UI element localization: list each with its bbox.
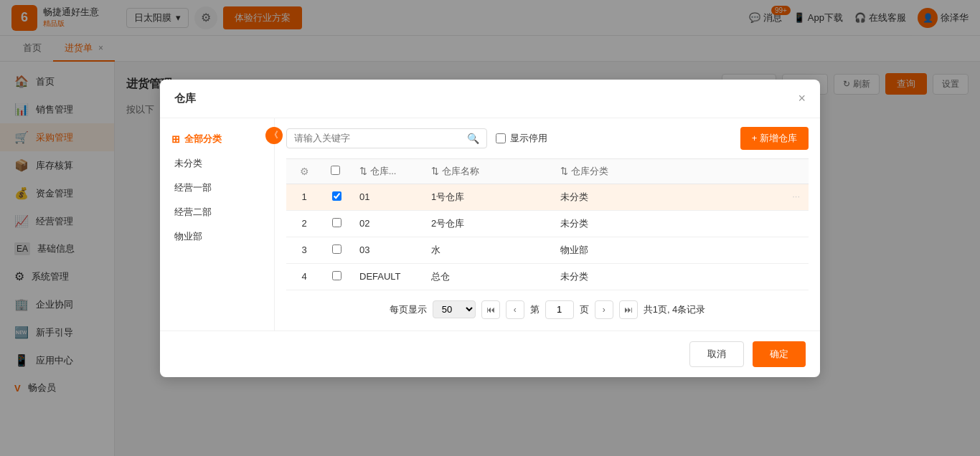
row-checkbox-cell (322, 210, 351, 237)
page-size-label: 每页显示 (390, 303, 427, 316)
warehouse-table-container: ⚙ ⇅ 仓库... ⇅ (286, 158, 809, 290)
category-item-dept2[interactable]: 经营二部 (160, 200, 274, 224)
category-all-button[interactable]: ⊞ 全部分类 (160, 127, 274, 151)
last-page-icon: ⏭ (624, 305, 633, 315)
search-input[interactable] (294, 133, 463, 143)
row-num: 4 (286, 263, 322, 290)
th-gear: ⚙ (286, 158, 322, 184)
page-size-select[interactable]: 50 100 (433, 300, 476, 318)
modal-body: ⊞ 全部分类 《 未分类 经营一部 经营二部 物业部 (160, 118, 820, 331)
next-page-button[interactable]: › (595, 300, 613, 319)
row-num: 3 (286, 237, 322, 263)
first-page-icon: ⏮ (486, 305, 495, 315)
row-code: 02 (351, 210, 423, 237)
cancel-button[interactable]: 取消 (689, 341, 744, 367)
modal-toolbar: 🔍 显示停用 + 新增仓库 (286, 127, 809, 150)
modal-overlay: 仓库 × ⊞ 全部分类 《 未分类 经营一部 (0, 0, 980, 456)
chevron-left-icon: 《 (270, 129, 278, 141)
category-collapse-button[interactable]: 《 (265, 127, 283, 144)
page-number-input[interactable] (545, 300, 574, 319)
sort-icon-cat: ⇅ (560, 166, 568, 176)
show-disabled-text: 显示停用 (510, 132, 547, 145)
more-icon[interactable]: ··· (792, 191, 800, 201)
row-category: 未分类 (552, 263, 809, 290)
last-page-button[interactable]: ⏭ (619, 300, 638, 319)
search-icon[interactable]: 🔍 (467, 133, 479, 144)
search-box: 🔍 (286, 128, 487, 148)
first-page-button[interactable]: ⏮ (481, 300, 500, 319)
row-checkbox-cell (322, 184, 351, 210)
modal-close-button[interactable]: × (798, 91, 806, 106)
page-label-2: 页 (580, 303, 589, 316)
row-num: 1 (286, 184, 322, 210)
confirm-button[interactable]: 确定 (753, 341, 806, 367)
show-disabled-checkbox[interactable] (496, 133, 506, 143)
page-label: 第 (530, 303, 540, 316)
prev-icon: ‹ (514, 305, 517, 315)
row-checkbox[interactable] (332, 191, 341, 201)
warehouse-table: ⚙ ⇅ 仓库... ⇅ (286, 158, 809, 290)
prev-page-button[interactable]: ‹ (506, 300, 524, 319)
row-checkbox[interactable] (332, 244, 341, 254)
category-sidebar: ⊞ 全部分类 《 未分类 经营一部 经营二部 物业部 (160, 118, 275, 331)
row-checkbox-cell (322, 237, 351, 263)
row-category: 未分类 (552, 210, 809, 237)
modal-footer: 取消 确定 (160, 331, 820, 377)
row-name: 2号仓库 (423, 210, 552, 237)
th-name: ⇅ 仓库名称 (423, 158, 552, 184)
grid-icon: ⊞ (171, 133, 180, 145)
row-code: 03 (351, 237, 423, 263)
sort-icon-name: ⇅ (431, 166, 439, 176)
row-name: 水 (423, 237, 552, 263)
table-row: 3 03 水 物业部 (286, 237, 809, 263)
category-item-unclassified[interactable]: 未分类 (160, 151, 274, 176)
show-disabled-label: 显示停用 (496, 132, 547, 145)
category-all-label: 全部分类 (184, 133, 222, 146)
modal-header: 仓库 × (160, 80, 820, 118)
total-label: 共1页, 4条记录 (644, 303, 706, 316)
row-code: 01 (351, 184, 423, 210)
warehouse-modal: 仓库 × ⊞ 全部分类 《 未分类 经营一部 (160, 80, 820, 377)
row-name: 总仓 (423, 263, 552, 290)
row-category: 物业部 (552, 237, 809, 263)
row-name: 1号仓库 (423, 184, 552, 210)
table-row: 1 01 1号仓库 未分类 ··· (286, 184, 809, 210)
th-code: ⇅ 仓库... (351, 158, 423, 184)
row-category: 未分类 ··· (552, 184, 809, 210)
modal-title: 仓库 (174, 92, 196, 105)
table-row: 4 DEFAULT 总仓 未分类 (286, 263, 809, 290)
category-item-dept1[interactable]: 经营一部 (160, 176, 274, 200)
th-category: ⇅ 仓库分类 (552, 158, 809, 184)
next-icon: › (603, 305, 606, 315)
row-checkbox[interactable] (332, 218, 341, 227)
th-checkbox (322, 158, 351, 184)
table-row: 2 02 2号仓库 未分类 (286, 210, 809, 237)
modal-content-area: 🔍 显示停用 + 新增仓库 ⚙ (275, 118, 820, 331)
sort-icon: ⇅ (359, 166, 367, 176)
category-item-property[interactable]: 物业部 (160, 224, 274, 249)
select-all-checkbox[interactable] (331, 166, 340, 175)
row-checkbox-cell (322, 263, 351, 290)
add-warehouse-button[interactable]: + 新增仓库 (740, 127, 809, 150)
gear-col-icon: ⚙ (300, 166, 309, 177)
pagination-bar: 每页显示 50 100 ⏮ ‹ 第 页 › (286, 290, 809, 322)
row-num: 2 (286, 210, 322, 237)
row-code: DEFAULT (351, 263, 423, 290)
row-checkbox[interactable] (332, 271, 341, 280)
